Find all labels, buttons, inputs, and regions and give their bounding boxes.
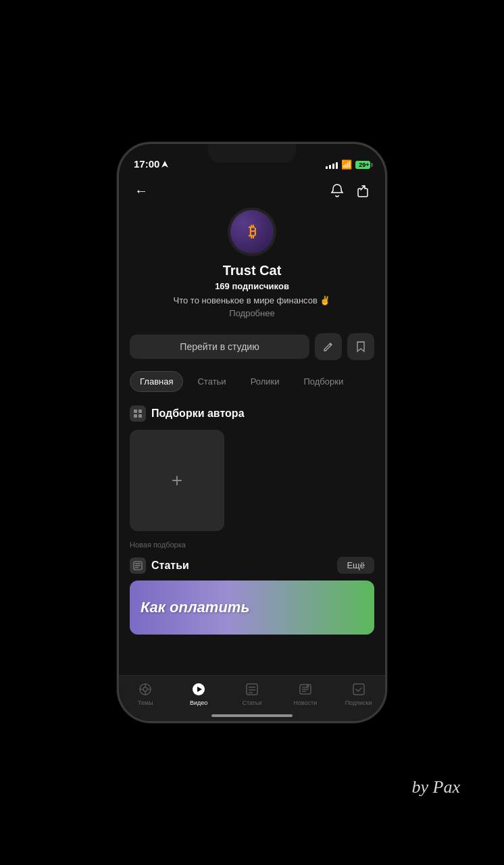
subscriptions-icon (351, 681, 367, 697)
nav-subscriptions[interactable]: Подписки (332, 681, 385, 706)
video-icon (191, 681, 207, 697)
new-collection-label: Новая подборка (119, 537, 385, 557)
subscribers-count: 169 подписчиков (215, 281, 289, 291)
svg-rect-25 (307, 685, 309, 687)
share-button[interactable] (351, 179, 374, 202)
article-card-title: Как оплатить (141, 599, 249, 616)
articles-svg-icon (245, 682, 259, 697)
nav-articles[interactable]: Статьи (226, 681, 279, 706)
wifi-icon: 📶 (341, 159, 352, 170)
article-icon (133, 561, 143, 570)
edit-button[interactable] (315, 333, 342, 360)
news-icon (297, 681, 313, 697)
tab-collections[interactable]: Подборки (293, 371, 353, 392)
video-label: Видео (190, 699, 207, 706)
news-label: Новости (293, 699, 317, 706)
articles-title: Статьи (130, 558, 189, 574)
bell-icon (330, 183, 344, 198)
subscriptions-svg-icon (351, 682, 366, 697)
svg-rect-3 (134, 414, 137, 418)
scroll-content[interactable]: ← (119, 174, 385, 721)
watermark: by Pax (412, 777, 460, 797)
article-card[interactable]: Как оплатить (130, 580, 374, 635)
phone-notch (208, 144, 296, 163)
nav-news[interactable]: Новости (278, 681, 332, 706)
studio-button[interactable]: Перейти в студию (130, 335, 309, 359)
plus-icon: + (172, 470, 182, 491)
articles-icon (130, 558, 146, 574)
collections-row: + (119, 430, 385, 537)
nav-icons-right (326, 179, 374, 202)
tabs-bar: Главная Статьи Ролики Подборки (119, 367, 385, 400)
grid-icon (133, 409, 143, 418)
signal-icon (326, 161, 338, 169)
bookmark-icon (356, 341, 366, 353)
articles-section: Статьи Ещё Как оплатить (119, 557, 385, 635)
collections-header: Подборки автора (119, 400, 385, 430)
pencil-icon (323, 341, 334, 352)
location-icon (161, 161, 168, 168)
phone-device: 17:00 📶 29+ (117, 142, 387, 723)
themes-label: Темы (138, 699, 153, 706)
video-svg-icon (191, 682, 206, 697)
articles-header: Статьи Ещё (130, 557, 374, 574)
share-icon (356, 183, 370, 198)
top-nav: ← (119, 174, 385, 205)
themes-svg-icon (138, 682, 153, 697)
more-button[interactable]: Ещё (337, 557, 374, 574)
tab-home[interactable]: Главная (130, 371, 183, 392)
avatar-inner: ₿ (230, 210, 274, 253)
bitcoin-icon: ₿ (249, 223, 256, 241)
notification-button[interactable] (326, 179, 349, 202)
channel-name: Trust Cat (223, 263, 282, 278)
collections-icon (130, 405, 146, 422)
battery-icon: 29+ (355, 161, 370, 169)
phone-screen: 17:00 📶 29+ (119, 144, 385, 721)
more-link[interactable]: Подробнее (229, 308, 274, 318)
tab-videos[interactable]: Ролики (241, 371, 290, 392)
svg-rect-2 (138, 410, 142, 413)
nav-themes[interactable]: Темы (119, 681, 172, 706)
svg-rect-4 (138, 414, 142, 418)
profile-section: ₿ Trust Cat 169 подписчиков Что то новен… (119, 205, 385, 326)
tab-articles[interactable]: Статьи (187, 371, 236, 392)
status-time: 17:00 (134, 158, 168, 170)
action-buttons: Перейти в студию (119, 326, 385, 367)
status-icons: 📶 29+ (326, 159, 370, 170)
svg-rect-1 (134, 410, 137, 413)
news-svg-icon (298, 682, 313, 697)
themes-icon (137, 681, 153, 697)
back-button[interactable]: ← (130, 179, 153, 202)
avatar[interactable]: ₿ (228, 207, 276, 256)
nav-video[interactable]: Видео (172, 681, 226, 706)
collections-title: Подборки автора (130, 405, 245, 422)
channel-description: Что то новенькое в мире финансов ✌ (174, 295, 331, 305)
home-indicator (211, 714, 293, 717)
svg-rect-26 (353, 684, 364, 695)
svg-marker-0 (161, 161, 168, 168)
bookmark-button[interactable] (347, 333, 374, 360)
new-collection-card[interactable]: + (130, 430, 224, 531)
articles-nav-label: Статьи (242, 699, 261, 706)
articles-nav-icon (244, 681, 260, 697)
svg-point-10 (143, 687, 147, 691)
subscriptions-label: Подписки (345, 699, 372, 706)
